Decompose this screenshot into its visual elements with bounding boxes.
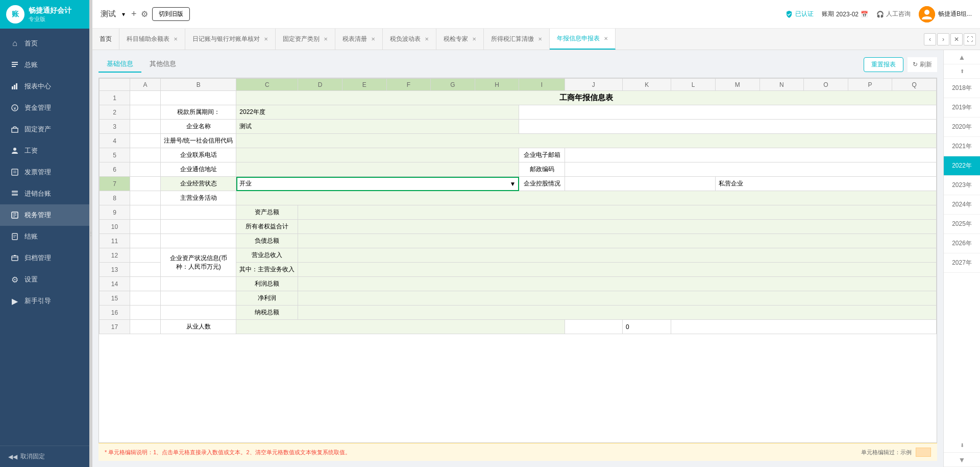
cell-7-k[interactable] xyxy=(565,177,715,191)
tab-taxform[interactable]: 税表清册 ✕ xyxy=(335,29,383,50)
tab-fixed[interactable]: 固定资产类别 ✕ xyxy=(276,29,335,50)
year-item-2020[interactable]: 2020年 xyxy=(944,118,980,137)
col-o[interactable]: O xyxy=(804,79,848,91)
col-j[interactable]: J xyxy=(565,79,622,91)
sidebar-item-archive[interactable]: 归档管理 xyxy=(0,247,89,269)
cell-1-title[interactable]: 工商年报信息表 xyxy=(236,91,937,105)
col-i[interactable]: I xyxy=(519,79,565,91)
col-b[interactable]: B xyxy=(161,79,236,91)
cell-7-n[interactable]: 私营企业 xyxy=(715,177,936,191)
cell-5-j[interactable]: 企业电子邮箱 xyxy=(519,148,565,162)
refresh-button[interactable]: ↻ 刷新 xyxy=(908,57,937,72)
tab-journal-close[interactable]: ✕ xyxy=(264,36,268,42)
user-area[interactable]: 畅捷通B组... xyxy=(919,6,972,22)
cell-7-a[interactable] xyxy=(130,177,161,191)
tab-yearreport-close[interactable]: ✕ xyxy=(604,36,608,41)
dropdown-arrow-icon[interactable]: ▼ xyxy=(509,180,516,188)
switch-version-button[interactable]: 切到旧版 xyxy=(152,7,190,21)
reset-button[interactable]: 重置报表 xyxy=(864,57,903,72)
cell-12-b[interactable]: 企业资产状况信息(币种：人民币万元) xyxy=(161,248,236,277)
cell-1-a[interactable] xyxy=(130,91,161,105)
cell-8-a[interactable] xyxy=(130,191,161,205)
cell-17-j[interactable] xyxy=(565,320,622,334)
tab-prev-button[interactable]: ‹ xyxy=(924,33,936,45)
year-scroll-down[interactable]: ▼ xyxy=(944,453,980,467)
tab-taxwave-close[interactable]: ✕ xyxy=(425,36,429,42)
sheet-tab-basic[interactable]: 基础信息 xyxy=(99,56,141,73)
cell-5-k[interactable] xyxy=(565,148,936,162)
year-item-2024[interactable]: 2024年 xyxy=(944,195,980,215)
cell-17-k[interactable]: 0 xyxy=(622,320,671,334)
year-item-2023[interactable]: 2023年 xyxy=(944,176,980,195)
col-n[interactable]: N xyxy=(760,79,804,91)
col-e[interactable]: E xyxy=(342,79,386,91)
cell-4-a[interactable] xyxy=(130,134,161,148)
year-item-2026[interactable]: 2026年 xyxy=(944,234,980,253)
cell-9-a[interactable] xyxy=(130,205,161,220)
cell-1-b[interactable] xyxy=(161,91,236,105)
col-h[interactable]: H xyxy=(475,79,519,91)
col-d[interactable]: D xyxy=(298,79,342,91)
cell-14-a[interactable] xyxy=(130,277,161,291)
tab-close-all-button[interactable]: ✕ xyxy=(950,33,963,45)
cell-11-a[interactable] xyxy=(130,234,161,248)
tab-yearreport[interactable]: 年报信息申报表 ✕ xyxy=(550,29,616,50)
year-item-2025[interactable]: 2025年 xyxy=(944,215,980,234)
cell-17-a[interactable] xyxy=(130,320,161,334)
cell-9-c[interactable]: 资产总额 xyxy=(236,205,298,220)
tab-fixed-close[interactable]: ✕ xyxy=(324,36,328,42)
cell-12-d[interactable] xyxy=(298,248,937,263)
year-item-2018[interactable]: 2018年 xyxy=(944,79,980,98)
year-item-2022[interactable]: 2022年 xyxy=(944,156,980,176)
cell-12-a[interactable] xyxy=(130,248,161,263)
calendar-icon[interactable]: 📅 xyxy=(861,11,868,18)
col-m[interactable]: M xyxy=(715,79,760,91)
col-p[interactable]: P xyxy=(848,79,892,91)
cell-16-c[interactable]: 纳税总额 xyxy=(236,306,298,320)
cell-14-c[interactable]: 利润总额 xyxy=(236,277,298,291)
cell-17-b[interactable]: 从业人数 xyxy=(161,320,236,334)
cell-13-a[interactable] xyxy=(130,263,161,277)
cell-14-b[interactable] xyxy=(161,277,236,291)
sheet-tab-other[interactable]: 其他信息 xyxy=(141,56,184,73)
cell-16-b[interactable] xyxy=(161,306,236,320)
tab-next-button[interactable]: › xyxy=(937,33,949,45)
cell-3-rest[interactable] xyxy=(519,120,937,134)
tab-taxcheck[interactable]: 税检专家 ✕ xyxy=(436,29,484,50)
sidebar-item-settings[interactable]: ⚙ 设置 xyxy=(0,269,89,290)
tab-taxcheck-close[interactable]: ✕ xyxy=(472,36,476,42)
tab-income[interactable]: 所得税汇算清缴 ✕ xyxy=(484,29,550,50)
year-scroll-up[interactable]: ▲ xyxy=(944,50,980,64)
cell-2-b[interactable]: 税款所属期间： xyxy=(161,105,236,120)
support-button[interactable]: 🎧 人工咨询 xyxy=(876,10,911,18)
cell-6-k[interactable] xyxy=(565,162,936,177)
cell-16-a[interactable] xyxy=(130,306,161,320)
year-scroll-bottom[interactable]: ⬇ xyxy=(944,438,980,453)
sidebar-item-purchase[interactable]: 进销台账 xyxy=(0,183,89,204)
sidebar-item-tax[interactable]: 税务管理 xyxy=(0,204,89,226)
cell-16-d[interactable] xyxy=(298,306,937,320)
year-scroll-top[interactable]: ⬆ xyxy=(944,64,980,79)
tab-home[interactable]: 首页 xyxy=(92,29,119,50)
cell-6-a[interactable] xyxy=(130,162,161,177)
col-a[interactable]: A xyxy=(130,79,161,91)
sidebar-item-invoice[interactable]: 发票管理 xyxy=(0,161,89,183)
sidebar-item-reports[interactable]: 报表中心 xyxy=(0,76,89,97)
settings-button[interactable]: ⚙ xyxy=(141,9,148,19)
year-item-2027[interactable]: 2027年 xyxy=(944,253,980,273)
cell-6-c[interactable] xyxy=(236,162,519,177)
cell-7-b[interactable]: 企业经营状态 xyxy=(161,177,236,191)
tab-taxwave[interactable]: 税负波动表 ✕ xyxy=(383,29,436,50)
cell-6-b[interactable]: 企业通信地址 xyxy=(161,162,236,177)
cell-3-a[interactable] xyxy=(130,120,161,134)
cell-17-l[interactable] xyxy=(671,320,937,334)
tab-journal[interactable]: 日记账与银行对账单核对 ✕ xyxy=(185,29,276,50)
col-f[interactable]: F xyxy=(386,79,431,91)
col-c[interactable]: C xyxy=(236,79,298,91)
cell-4-c[interactable] xyxy=(236,134,937,148)
cell-5-c[interactable] xyxy=(236,148,519,162)
cell-12-c[interactable]: 营业总收入 xyxy=(236,248,298,263)
cell-9-d[interactable] xyxy=(298,205,937,220)
sidebar-item-ledger[interactable]: 总账 xyxy=(0,54,89,76)
col-l[interactable]: L xyxy=(671,79,716,91)
